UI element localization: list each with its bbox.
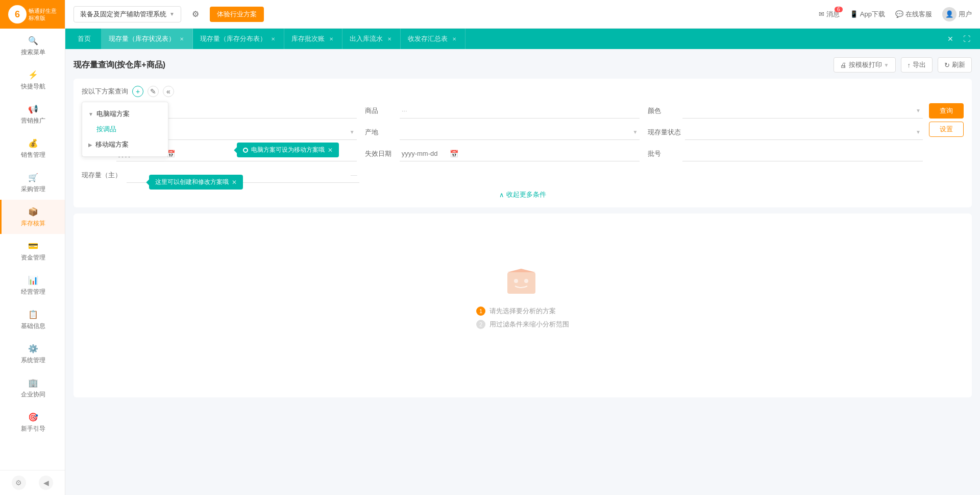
filter-status: 现存量状态 ▼ [648, 125, 923, 140]
filter-row-2: 尺码 ▼ 产地 ▼ [82, 125, 923, 140]
tab-inventory-dist[interactable]: 现存量（库存分布表） ✕ [193, 29, 284, 49]
purchase-icon: 🛒 [28, 172, 39, 183]
expire-date-input[interactable]: 📅 [400, 146, 640, 161]
filter-origin: 产地 ▼ [365, 125, 640, 140]
tab-close-in-out-flow[interactable]: ✕ [386, 35, 393, 42]
main-area: 装备及固定资产辅助管理系统 ▼ ⚙ 体验行业方案 ✉ 消息 6 📱 App下载 … [65, 0, 980, 495]
experience-btn[interactable]: 体验行业方案 [210, 7, 264, 22]
sidebar-nav: 🔍 搜索菜单 ⚡ 快捷导航 📢 营销推广 💰 销售管理 🛒 采购管理 📦 库存核… [0, 29, 65, 470]
print-arrow-icon: ▼ [884, 62, 889, 68]
marketing-icon: 📢 [28, 103, 39, 114]
topbar-settings-btn[interactable]: ⚙ [187, 6, 204, 22]
size-arrow-icon: ▼ [350, 129, 355, 135]
svg-rect-0 [507, 272, 535, 294]
tab-batch-ledger[interactable]: 库存批次账 ✕ [284, 29, 342, 49]
collapse-footer-btn[interactable]: ◀ [39, 476, 53, 490]
qty-dash: — [351, 171, 357, 179]
scheme-expand-icon: ▼ [88, 111, 93, 117]
empty-step-1: 1 请先选择要分析的方案 [476, 307, 569, 316]
export-btn[interactable]: ↑ 导出 [901, 57, 933, 73]
sidebar-item-enterprise[interactable]: 🏢 企业协同 [0, 371, 65, 405]
basic-icon: 📋 [28, 309, 39, 320]
sidebar-item-system[interactable]: ⚙️ 系统管理 [0, 337, 65, 371]
guide-icon: 🎯 [28, 411, 39, 422]
tab-close-inventory-dist[interactable]: ✕ [270, 35, 277, 42]
tab-inventory-status[interactable]: 现存量（库存状况表） ✕ [102, 29, 193, 49]
page-content: 现存量查询(按仓库+商品) 🖨 按模板打印 ▼ ↑ 导出 ↻ 刷新 [65, 49, 980, 495]
batch-num-input[interactable] [682, 146, 923, 161]
tab-close-inventory-status[interactable]: ✕ [178, 35, 185, 42]
expire-date-icon[interactable]: 📅 [450, 150, 458, 158]
header-actions: 🖨 按模板打印 ▼ ↑ 导出 ↻ 刷新 [834, 57, 972, 73]
empty-svg [500, 254, 546, 300]
logo-icon: 6 [8, 5, 27, 23]
filter-batch-num: 批号 [648, 146, 923, 161]
online-support-btn[interactable]: 💬 在线客服 [895, 10, 932, 19]
filter-section: 按以下方案查询 + ✎ « ▼ 电脑端方案 按调品 ▶ [74, 79, 972, 207]
sidebar-item-marketing[interactable]: 📢 营销推广 [0, 97, 65, 131]
filter-row-3: 生产日期 📅 失效日期 📅 [82, 146, 923, 161]
content-area: 1 请先选择要分析的方案 2 用过滤条件来缩小分析范围 [74, 214, 972, 397]
search-btn[interactable]: 查询 [929, 103, 964, 119]
tabbar: 首页 现存量（库存状况表） ✕ 现存量（库存分布表） ✕ 库存批次账 ✕ 出入库… [65, 29, 980, 49]
sidebar-item-inventory[interactable]: 📦 库存核算 [0, 200, 65, 234]
print-btn[interactable]: 🖨 按模板打印 ▼ [834, 57, 896, 73]
scheme-desktop-label: 电脑端方案 [96, 109, 162, 119]
scheme-item-sub[interactable]: 按调品 [82, 122, 168, 137]
scheme-item-desktop[interactable]: ▼ 电脑端方案 [82, 106, 168, 122]
scheme-item-mobile[interactable]: ▶ 移动端方案 [82, 137, 168, 152]
status-arrow-icon: ▼ [916, 129, 921, 135]
edit-scheme-btn[interactable]: ✎ [148, 86, 159, 97]
system-icon: ⚙️ [28, 343, 39, 354]
svg-point-1 [514, 279, 518, 283]
color-select[interactable]: ▼ [682, 103, 923, 119]
sidebar-item-sales[interactable]: 💰 销售管理 [0, 131, 65, 166]
quick-nav-icon: ⚡ [28, 69, 39, 80]
filter-fields-area: 仓库 ··· 商品 ··· 颜色 [82, 103, 923, 185]
sidebar-item-finance[interactable]: 💳 资金管理 [0, 234, 65, 268]
sidebar-item-operation[interactable]: 📊 经营管理 [0, 268, 65, 302]
qty-label: 现存量（主） [82, 171, 122, 180]
user-menu-btn[interactable]: 👤 用户 [942, 7, 972, 21]
reset-btn[interactable]: 设置 [929, 122, 964, 137]
tooltip2-close-btn[interactable]: ✕ [232, 179, 237, 186]
tooltip1-close-btn[interactable]: ✕ [328, 147, 333, 154]
expire-date-start[interactable] [402, 150, 448, 157]
add-scheme-btn[interactable]: + [132, 86, 143, 97]
sidebar-item-quick-nav[interactable]: ⚡ 快捷导航 [0, 63, 65, 97]
refresh-btn[interactable]: ↻ 刷新 [938, 57, 972, 73]
sidebar-item-guide[interactable]: 🎯 新手引导 [0, 405, 65, 439]
goods-input-wrap[interactable]: ··· [400, 103, 640, 119]
collapse-btn[interactable]: ∧ 收起更多条件 [499, 190, 546, 199]
tab-close-recv-summary[interactable]: ✕ [451, 35, 458, 42]
origin-select[interactable]: ▼ [400, 125, 640, 140]
tab-recv-summary[interactable]: 收发存汇总表 ✕ [401, 29, 465, 49]
tab-close-all-btn[interactable]: ✕ [943, 32, 958, 46]
tab-close-batch-ledger[interactable]: ✕ [328, 35, 335, 42]
empty-steps: 1 请先选择要分析的方案 2 用过滤条件来缩小分析范围 [476, 307, 569, 329]
origin-arrow-icon: ▼ [632, 129, 638, 135]
filter-color: 颜色 ▼ [648, 103, 923, 119]
message-btn[interactable]: ✉ 消息 6 [819, 10, 840, 19]
goods-dots: ··· [402, 107, 638, 114]
page-header: 现存量查询(按仓库+商品) 🖨 按模板打印 ▼ ↑ 导出 ↻ 刷新 [74, 57, 972, 73]
sidebar-item-search[interactable]: 🔍 搜索菜单 [0, 29, 65, 63]
tab-fullscreen-btn[interactable]: ⛶ [960, 32, 974, 46]
scheme-tree: ▼ 电脑端方案 按调品 ▶ 移动端方案 [82, 102, 168, 157]
tab-in-out-flow[interactable]: 出入库流水 ✕ [342, 29, 401, 49]
sidebar-item-basic[interactable]: 📋 基础信息 [0, 302, 65, 337]
avatar: 👤 [942, 7, 957, 21]
scheme-sub-label: 按调品 [96, 125, 116, 134]
tab-home[interactable]: 首页 [67, 29, 102, 49]
step-num-1: 1 [476, 307, 485, 316]
settings-footer-btn[interactable]: ⚙ [12, 476, 26, 490]
sidebar-item-purchase[interactable]: 🛒 采购管理 [0, 166, 65, 200]
filter-goods: 商品 ··· [365, 103, 640, 119]
app-download-btn[interactable]: 📱 App下载 [850, 10, 885, 19]
back-scheme-btn[interactable]: « [163, 86, 174, 97]
filter-header: 按以下方案查询 + ✎ « ▼ 电脑端方案 按调品 ▶ [82, 86, 964, 97]
system-selector[interactable]: 装备及固定资产辅助管理系统 ▼ [74, 6, 181, 22]
collapse-icon: ∧ [499, 191, 504, 199]
status-select[interactable]: ▼ [685, 125, 923, 140]
tooltip-scheme-tip: 电脑方案可设为移动方案哦 ✕ [237, 143, 339, 157]
